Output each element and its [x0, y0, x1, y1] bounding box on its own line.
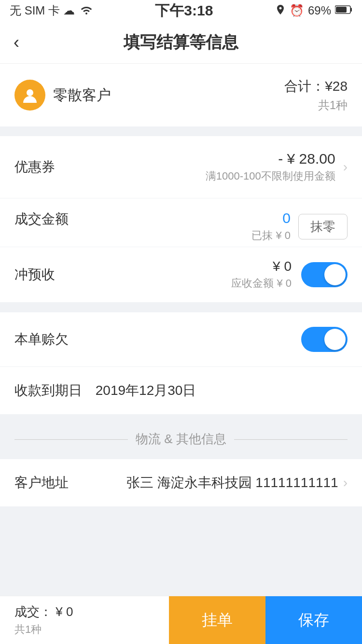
content: 零散客户 合计：¥28 共1种 优惠券 - ¥ 28.00 满1000-100不… [0, 64, 362, 644]
deal-amount: ¥ 0 [56, 604, 73, 619]
battery-text: 69% [308, 4, 331, 17]
deal-amount-label: 成交金额 [14, 210, 69, 228]
due-date-value: 2019年12月30日 [96, 383, 196, 398]
address-label: 客户地址 [14, 474, 69, 492]
divider-4 [0, 506, 362, 603]
debit-section: 本单赊欠 收款到期日 2019年12月30日 [0, 312, 362, 414]
deal-amount-num[interactable]: 0 [251, 210, 291, 226]
customer-totals: 合计：¥28 共1种 [284, 77, 348, 113]
status-bar: 无 SIM 卡 ☁ 下午3:18 ⏰ 69% [0, 0, 362, 21]
coupon-label: 优惠券 [14, 158, 55, 176]
due-date-row[interactable]: 收款到期日 2019年12月30日 [0, 366, 362, 414]
location-icon [275, 4, 286, 17]
address-value: 张三 海淀永丰科技园 11111111111 [78, 474, 338, 492]
avatar [14, 80, 45, 111]
prepaid-sub: 应收金额 ¥ 0 [231, 276, 292, 291]
coupon-chevron-icon: › [343, 159, 348, 175]
svg-rect-1 [350, 8, 352, 12]
svg-point-3 [27, 89, 33, 96]
coupon-amount: - ¥ 28.00 [278, 151, 335, 167]
prepaid-values: ¥ 0 应收金额 ¥ 0 [231, 259, 292, 291]
deal-amount-right: 0 已抹 ¥ 0 抹零 [251, 210, 348, 243]
divider-3 [0, 414, 362, 419]
debit-label: 本单赊欠 [14, 330, 69, 349]
deal-amount-sub: 已抹 ¥ 0 [251, 228, 291, 243]
svg-rect-2 [336, 7, 347, 13]
bottom-deal-text: 成交： ¥ 0 [14, 603, 154, 620]
status-left: 无 SIM 卡 ☁ [10, 3, 93, 18]
deal-prefix: 成交： [14, 604, 52, 619]
customer-name: 零散客户 [53, 85, 111, 105]
prepaid-toggle-knob [324, 264, 346, 285]
status-right: ⏰ 69% [275, 4, 352, 17]
logistics-header: 物流 & 其他信息 [0, 419, 362, 459]
alarm-icon: ⏰ [290, 4, 304, 17]
divider-1 [0, 126, 362, 136]
wifi-icon [80, 4, 93, 17]
total-count: 共1种 [284, 98, 348, 113]
debit-toggle-knob [324, 329, 346, 350]
prepaid-right: ¥ 0 应收金额 ¥ 0 [231, 259, 348, 291]
page-title: 填写结算等信息 [124, 31, 238, 54]
back-button[interactable]: ‹ [14, 32, 19, 53]
bottom-summary: 成交： ¥ 0 共1种 [0, 603, 169, 637]
bottom-bar: 成交： ¥ 0 共1种 挂单 保存 [0, 596, 362, 644]
prepaid-toggle[interactable] [301, 262, 348, 287]
signal-text: 无 SIM 卡 ☁ [10, 3, 75, 18]
coupon-values: - ¥ 28.00 满1000-100不限制使用金额 [206, 151, 335, 183]
deal-amount-values: 0 已抹 ¥ 0 [251, 210, 291, 243]
bottom-count: 共1种 [14, 622, 154, 637]
prepaid-label: 冲预收 [14, 266, 55, 284]
nav-bar: ‹ 填写结算等信息 [0, 21, 362, 64]
save-button[interactable]: 保存 [265, 596, 362, 644]
hold-button[interactable]: 挂单 [169, 596, 265, 644]
coupon-row[interactable]: 优惠券 - ¥ 28.00 满1000-100不限制使用金额 › [0, 136, 362, 198]
divider-2 [0, 303, 362, 312]
customer-section: 零散客户 合计：¥28 共1种 [0, 64, 362, 126]
payment-section: 优惠券 - ¥ 28.00 满1000-100不限制使用金额 › 成交金额 0 … [0, 136, 362, 303]
due-date-label: 收款到期日 [14, 383, 82, 398]
debit-toggle[interactable] [301, 327, 348, 352]
logistics-title: 物流 & 其他信息 [128, 431, 234, 448]
address-section: 客户地址 张三 海淀永丰科技园 11111111111 › [0, 459, 362, 506]
coupon-sub: 满1000-100不限制使用金额 [206, 169, 335, 183]
status-time: 下午3:18 [155, 1, 213, 21]
total-amount: 合计：¥28 [284, 77, 348, 96]
debit-row: 本单赊欠 [0, 312, 362, 366]
deal-amount-row: 成交金额 0 已抹 ¥ 0 抹零 [0, 198, 362, 247]
bottom-actions: 挂单 保存 [169, 596, 362, 644]
prepaid-row: 冲预收 ¥ 0 应收金额 ¥ 0 [0, 247, 362, 303]
battery-icon [335, 4, 352, 17]
address-chevron-icon: › [343, 475, 348, 490]
coupon-right: - ¥ 28.00 满1000-100不限制使用金额 › [206, 151, 348, 183]
round-off-button[interactable]: 抹零 [298, 214, 348, 239]
customer-info: 零散客户 [14, 80, 111, 111]
address-row[interactable]: 客户地址 张三 海淀永丰科技园 11111111111 › [0, 459, 362, 506]
prepaid-amount: ¥ 0 [231, 259, 292, 274]
